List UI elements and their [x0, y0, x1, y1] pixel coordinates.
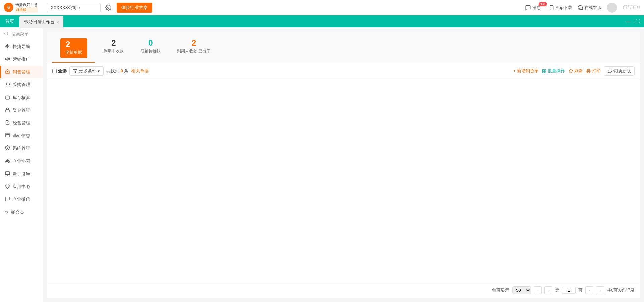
- sidebar-item-label: 企业协同: [13, 158, 30, 164]
- sidebar-item-label: 资金管理: [13, 107, 30, 113]
- capital-icon: [5, 107, 10, 113]
- svg-point-15: [7, 147, 8, 149]
- sidebar-item-label: 新手引导: [13, 171, 30, 177]
- sidebar-item-label: 营销推广: [13, 56, 30, 62]
- sidebar-item-label: 库存核算: [13, 95, 30, 101]
- app-download-label: App下载: [556, 5, 572, 11]
- marketing-icon: [5, 56, 10, 62]
- sidebar-item-app-center[interactable]: 应用中心: [0, 180, 43, 193]
- company-selector[interactable]: XXXXXX公司 ▾: [47, 3, 101, 12]
- maximize-btn[interactable]: ⛶: [634, 18, 641, 25]
- stat-tab-all[interactable]: 2 全部单据: [52, 36, 95, 63]
- toolbar-right: + 新增销货单 批量操作 刷新: [513, 66, 635, 76]
- close-tab-icon[interactable]: ×: [57, 20, 59, 24]
- sidebar-item-sales[interactable]: 销售管理: [0, 66, 43, 78]
- stat-count-all: 2: [66, 40, 82, 49]
- app-download-action[interactable]: App下载: [549, 5, 572, 11]
- sidebar-item-operations[interactable]: 经营管理: [0, 117, 43, 129]
- svg-marker-6: [6, 44, 9, 48]
- print-label: 打印: [592, 68, 601, 74]
- basic-info-icon: [5, 133, 10, 139]
- sidebar-item-capital[interactable]: 资金管理: [0, 104, 43, 117]
- refresh-label: 刷新: [574, 68, 583, 74]
- sidebar-item-guide[interactable]: 新手引导: [0, 168, 43, 180]
- toolbar: 全选 更多条件 ▾ 共找到 0 条 相关单据: [47, 63, 640, 79]
- filter-btn[interactable]: 更多条件 ▾: [69, 66, 104, 76]
- header-right: 消息 99+ App下载 在线客服 OfTEn: [522, 3, 640, 13]
- tab-home[interactable]: 首页: [0, 15, 19, 27]
- select-all-input[interactable]: [52, 69, 57, 73]
- next-page-btn[interactable]: ›: [585, 286, 593, 294]
- logo-line1: 畅捷通好生意: [15, 2, 38, 7]
- sidebar-item-inventory[interactable]: 库存核算: [0, 91, 43, 104]
- current-page-input[interactable]: [562, 287, 576, 294]
- found-text: 共找到 0 条: [106, 68, 128, 74]
- svg-rect-1: [550, 5, 553, 10]
- svg-point-16: [6, 159, 8, 161]
- logo-icon: 6: [4, 3, 13, 12]
- online-service-label: 在线客服: [584, 5, 602, 11]
- search-icon: [4, 31, 9, 37]
- sales-icon: [5, 69, 10, 75]
- svg-point-0: [108, 7, 109, 8]
- minimize-btn[interactable]: —: [625, 18, 632, 25]
- sidebar-item-system[interactable]: 系统管理: [0, 142, 43, 155]
- related-label[interactable]: 相关单据: [131, 68, 149, 74]
- refresh-action[interactable]: 刷新: [569, 68, 583, 74]
- sidebar-item-label: 基础信息: [13, 133, 30, 139]
- sidebar-item-basic-info[interactable]: 基础信息: [0, 129, 43, 142]
- content-area: 2 全部单据 2 到期未收款 0 旺铺待确认 2 到期未收款 已出库: [43, 27, 644, 302]
- chevron-down-icon: ▾: [79, 6, 80, 9]
- stat-tab-overdue-unshipped[interactable]: 2 到期未收款 已出库: [169, 36, 218, 63]
- pagination-bar: 每页显示 50 100 200 « ‹ 第 页 › » 共0页,0条记录: [47, 282, 640, 298]
- svg-point-4: [5, 32, 8, 35]
- main-layout: 搜索菜单 快捷导航 营销推广 销售管理: [0, 27, 644, 302]
- switch-label: 切换新版: [613, 68, 631, 74]
- svg-marker-20: [73, 69, 77, 73]
- page-summary: 共0页,0条记录: [607, 287, 635, 293]
- add-btn[interactable]: + 新增销货单: [513, 68, 539, 74]
- message-action[interactable]: 消息 99+: [522, 5, 544, 11]
- last-page-btn[interactable]: »: [596, 286, 604, 294]
- wechat-icon: [5, 196, 10, 202]
- sidebar-item-label: 采购管理: [13, 82, 30, 88]
- sidebar-item-label: 畅会员: [11, 209, 24, 215]
- per-page-select[interactable]: 50 100 200: [512, 286, 531, 294]
- sidebar-item-label: 应用中心: [13, 184, 30, 190]
- svg-marker-7: [5, 57, 7, 60]
- prev-page-btn[interactable]: ‹: [544, 286, 552, 294]
- username-text: OfTEn: [623, 4, 640, 11]
- logo-area: 6 畅捷通好生意 标准版: [4, 2, 47, 12]
- sidebar-item-marketing[interactable]: 营销推广: [0, 53, 43, 66]
- message-badge: 99+: [539, 2, 547, 6]
- sidebar-item-member[interactable]: ▽ 畅会员: [0, 206, 43, 219]
- svg-point-8: [7, 86, 7, 86]
- svg-rect-23: [545, 71, 546, 73]
- batch-label: 批量操作: [548, 68, 565, 74]
- app-center-icon: [5, 184, 10, 190]
- member-icon: ▽: [5, 210, 8, 215]
- sidebar-item-quick-nav[interactable]: 快捷导航: [0, 40, 43, 53]
- experience-btn[interactable]: 体验行业方案: [117, 3, 152, 13]
- online-service-action[interactable]: 在线客服: [578, 5, 602, 11]
- tab-active[interactable]: 钱货日清工作台 ×: [19, 16, 63, 28]
- first-page-btn[interactable]: «: [534, 286, 542, 294]
- settings-icon[interactable]: [103, 3, 113, 13]
- company-name: XXXXXX公司: [51, 5, 77, 11]
- switch-btn[interactable]: 切换新版: [604, 66, 635, 76]
- avatar[interactable]: [607, 3, 617, 13]
- sidebar-item-wechat[interactable]: 企业微信: [0, 193, 43, 206]
- sidebar-item-enterprise[interactable]: 企业协同: [0, 155, 43, 168]
- stat-tab-wangpu[interactable]: 0 旺铺待确认: [132, 36, 169, 63]
- inventory-icon: [5, 95, 10, 101]
- system-icon: [5, 145, 10, 152]
- batch-action[interactable]: 批量操作: [542, 68, 565, 74]
- stat-count-overdue: 2: [111, 38, 116, 48]
- svg-rect-12: [6, 133, 9, 137]
- print-action[interactable]: 打印: [586, 68, 601, 74]
- search-menu[interactable]: 搜索菜单: [0, 27, 43, 40]
- select-all-checkbox[interactable]: 全选: [52, 68, 67, 74]
- stat-tab-overdue-unpaid[interactable]: 2 到期未收款: [95, 36, 132, 63]
- sidebar-item-purchase[interactable]: 采购管理: [0, 78, 43, 91]
- select-all-label: 全选: [58, 68, 67, 74]
